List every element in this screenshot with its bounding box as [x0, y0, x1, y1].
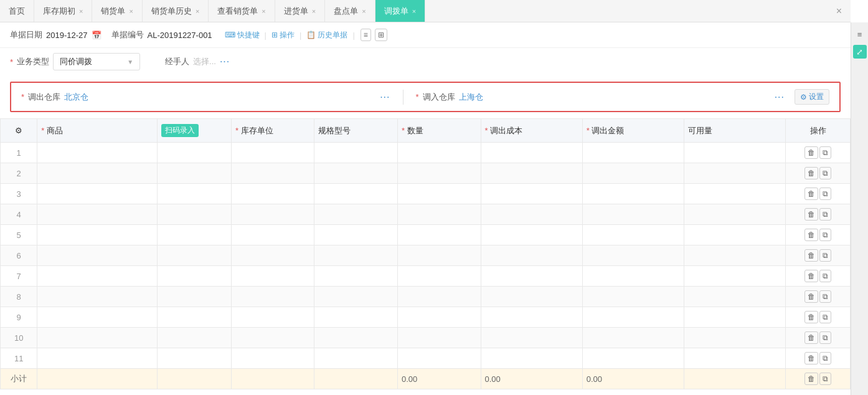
delete-btn-1[interactable]: 🗑 — [804, 146, 818, 159]
subtotal-copy-btn[interactable]: ⧉ — [819, 373, 831, 385]
transfer-in-more-btn[interactable]: ··· — [775, 92, 785, 103]
cell-unit-2[interactable] — [231, 163, 314, 184]
cell-cost-6[interactable] — [481, 245, 582, 266]
sidebar-list-icon[interactable]: ≡ — [853, 27, 867, 41]
cell-product-1[interactable] — [37, 143, 158, 163]
cell-spec-8[interactable] — [314, 287, 398, 307]
cell-qty-8[interactable] — [397, 287, 481, 307]
cell-cost-7[interactable] — [481, 266, 582, 287]
tab-home[interactable]: 首页 — [0, 0, 34, 22]
cell-product-10[interactable] — [37, 328, 158, 348]
cell-spec-2[interactable] — [314, 163, 398, 184]
cell-qty-10[interactable] — [397, 328, 481, 348]
cell-product-9[interactable] — [37, 307, 158, 328]
delete-btn-10[interactable]: 🗑 — [804, 331, 818, 344]
cell-qty-9[interactable] — [397, 307, 481, 328]
cell-unit-6[interactable] — [231, 245, 314, 266]
copy-btn-3[interactable]: ⧉ — [819, 188, 831, 200]
cell-unit-11[interactable] — [231, 348, 314, 369]
cell-product-7[interactable] — [37, 266, 158, 287]
cell-unit-4[interactable] — [231, 204, 314, 225]
cell-qty-6[interactable] — [397, 245, 481, 266]
cell-amount-3[interactable] — [582, 184, 684, 204]
cell-spec-6[interactable] — [314, 245, 398, 266]
tab-purchase-order[interactable]: 进货单 × — [275, 0, 325, 22]
cell-cost-2[interactable] — [481, 163, 582, 184]
copy-btn-8[interactable]: ⧉ — [819, 290, 831, 303]
cell-spec-9[interactable] — [314, 307, 398, 328]
delete-btn-3[interactable]: 🗑 — [804, 188, 818, 200]
cell-qty-2[interactable] — [397, 163, 481, 184]
delete-btn-5[interactable]: 🗑 — [804, 229, 818, 241]
cell-unit-5[interactable] — [231, 225, 314, 245]
sidebar-expand-icon[interactable]: ⤢ — [853, 45, 867, 59]
tab-sales-history[interactable]: 销货单历史 × — [143, 0, 209, 22]
copy-btn-9[interactable]: ⧉ — [819, 311, 831, 323]
copy-btn-7[interactable]: ⧉ — [819, 270, 831, 282]
close-purchase-order[interactable]: × — [312, 7, 316, 15]
cell-qty-5[interactable] — [397, 225, 481, 245]
gear-col-icon[interactable]: ⚙ — [15, 126, 22, 135]
cell-qty-3[interactable] — [397, 184, 481, 204]
copy-btn-4[interactable]: ⧉ — [819, 208, 831, 221]
cell-spec-11[interactable] — [314, 348, 398, 369]
cell-spec-7[interactable] — [314, 266, 398, 287]
cell-product-2[interactable] — [37, 163, 158, 184]
cell-qty-7[interactable] — [397, 266, 481, 287]
cell-spec-10[interactable] — [314, 328, 398, 348]
copy-btn-10[interactable]: ⧉ — [819, 331, 831, 344]
cell-cost-3[interactable] — [481, 184, 582, 204]
cell-spec-3[interactable] — [314, 184, 398, 204]
delete-btn-11[interactable]: 🗑 — [804, 352, 818, 364]
cell-spec-5[interactable] — [314, 225, 398, 245]
list-view-btn[interactable]: ≡ — [361, 29, 371, 41]
cell-cost-11[interactable] — [481, 348, 582, 369]
cell-spec-1[interactable] — [314, 143, 398, 163]
cell-cost-1[interactable] — [481, 143, 582, 163]
cell-spec-4[interactable] — [314, 204, 398, 225]
operations-btn[interactable]: ⊞ 操作 — [271, 30, 295, 40]
history-btn[interactable]: 📋 历史单据 — [306, 30, 347, 40]
shortcuts-btn[interactable]: ⌨ 快捷键 — [225, 30, 260, 40]
grid-view-btn[interactable]: ⊞ — [375, 29, 387, 41]
copy-btn-6[interactable]: ⧉ — [819, 249, 831, 262]
cell-unit-1[interactable] — [231, 143, 314, 163]
tab-sales-order[interactable]: 销货单 × — [92, 0, 142, 22]
cell-unit-10[interactable] — [231, 328, 314, 348]
delete-btn-8[interactable]: 🗑 — [804, 290, 818, 303]
cell-unit-3[interactable] — [231, 184, 314, 204]
cell-unit-7[interactable] — [231, 266, 314, 287]
window-close-btn[interactable]: × — [828, 6, 851, 17]
close-inventory-check[interactable]: × — [362, 7, 366, 15]
person-more-btn[interactable]: ··· — [220, 56, 230, 67]
cell-product-5[interactable] — [37, 225, 158, 245]
cell-qty-11[interactable] — [397, 348, 481, 369]
cell-product-3[interactable] — [37, 184, 158, 204]
tab-inventory-check[interactable]: 盘点单 × — [325, 0, 375, 22]
close-transfer-order[interactable]: × — [412, 7, 416, 15]
tab-inventory-init[interactable]: 库存期初 × — [34, 0, 92, 22]
cell-amount-9[interactable] — [582, 307, 684, 328]
cell-qty-4[interactable] — [397, 204, 481, 225]
cell-amount-6[interactable] — [582, 245, 684, 266]
delete-btn-4[interactable]: 🗑 — [804, 208, 818, 221]
cell-cost-4[interactable] — [481, 204, 582, 225]
settings-button[interactable]: ⚙ 设置 — [795, 89, 829, 105]
close-sales-order[interactable]: × — [129, 7, 133, 15]
close-view-sales[interactable]: × — [262, 7, 265, 15]
scan-barcode-btn[interactable]: 扫码录入 — [161, 124, 199, 137]
transfer-out-more-btn[interactable]: ··· — [380, 92, 390, 103]
copy-btn-5[interactable]: ⧉ — [819, 229, 831, 241]
close-inventory-init[interactable]: × — [79, 7, 83, 15]
cell-unit-9[interactable] — [231, 307, 314, 328]
tab-view-sales[interactable]: 查看销货单 × — [209, 0, 275, 22]
cell-product-6[interactable] — [37, 245, 158, 266]
cell-amount-2[interactable] — [582, 163, 684, 184]
cell-amount-10[interactable] — [582, 328, 684, 348]
cell-product-11[interactable] — [37, 348, 158, 369]
cell-product-4[interactable] — [37, 204, 158, 225]
cell-amount-5[interactable] — [582, 225, 684, 245]
copy-btn-1[interactable]: ⧉ — [819, 146, 831, 159]
delete-btn-2[interactable]: 🗑 — [804, 167, 818, 179]
delete-btn-7[interactable]: 🗑 — [804, 270, 818, 282]
